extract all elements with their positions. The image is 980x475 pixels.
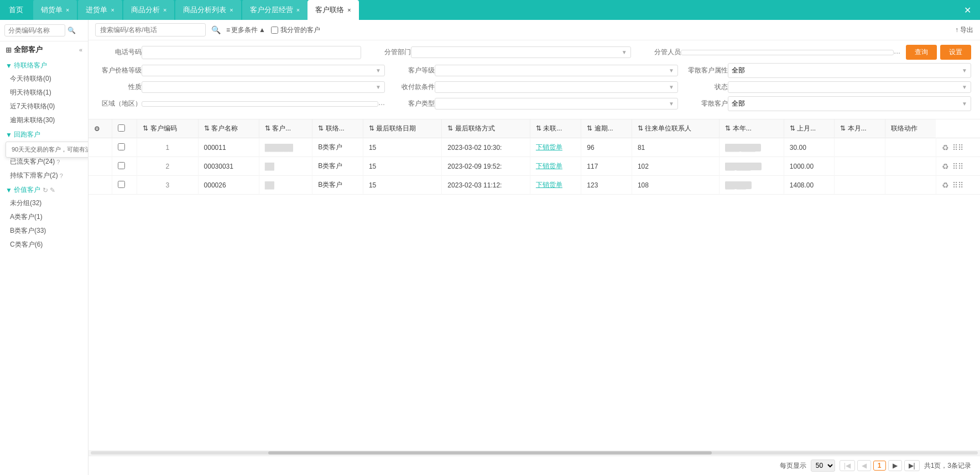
tab-customer-layer[interactable]: 客户分层经营 ×	[242, 0, 307, 20]
region-label: 区域（地区）	[97, 99, 142, 108]
sidebar-item-class-b[interactable]: B类客户(33)	[0, 224, 88, 238]
dept-select[interactable]: ▼	[411, 46, 630, 58]
row-checkbox-cell[interactable]	[112, 138, 137, 157]
region-ellipsis-button[interactable]: ···	[378, 100, 385, 108]
tab-purchase-close[interactable]: ×	[111, 7, 114, 13]
phone-input[interactable]	[142, 46, 361, 59]
row-actions[interactable]: ♻⠿⠿	[936, 176, 980, 195]
customer-type-chevron-icon: ▼	[669, 101, 674, 107]
tab-sales[interactable]: 销货单 ×	[33, 0, 77, 20]
tab-home[interactable]: 首页	[0, 0, 32, 20]
sidebar-search-icon[interactable]: 🔍	[67, 27, 76, 34]
th-type-sort-icon[interactable]: ⇅	[265, 124, 270, 132]
sidebar-search-input[interactable]	[4, 24, 65, 36]
query-button[interactable]: 查询	[906, 45, 937, 60]
th-last-method-sort-icon[interactable]: ⇅	[447, 124, 453, 132]
scrollbar-thumb[interactable]	[268, 451, 712, 455]
status-select[interactable]: ▼	[728, 81, 971, 93]
sidebar-item-7days[interactable]: 近7天待联络(0)	[0, 100, 88, 113]
th-name-sort-icon[interactable]: ⇅	[204, 124, 210, 132]
retail-select[interactable]: 全部 ▼	[728, 96, 971, 111]
per-page-select[interactable]: 50	[811, 460, 835, 472]
tab-product-analysis-list-close[interactable]: ×	[230, 7, 233, 13]
first-page-button[interactable]: |◀	[840, 460, 855, 471]
tab-product-analysis-list[interactable]: 商品分析列表 ×	[175, 0, 241, 20]
row-action-refresh-icon[interactable]: ♻	[942, 181, 949, 190]
tab-sales-close[interactable]: ×	[66, 7, 69, 13]
th-settings[interactable]: ⚙	[88, 119, 112, 138]
tab-customer-contact[interactable]: 客户联络 ×	[307, 0, 358, 20]
settings-button[interactable]: 设置	[940, 45, 971, 60]
row-action-refresh-icon[interactable]: ♻	[942, 143, 949, 152]
more-conditions-button[interactable]: ≡ 更多条件 ▲	[226, 25, 265, 35]
table-header-row: ⚙ ⇅ 客户编码 ⇅ 客户名称	[88, 119, 980, 138]
all-customers-section[interactable]: ⊞ 全部客户 «	[0, 41, 88, 58]
row-last-method[interactable]: 下销货单	[530, 176, 581, 195]
sidebar-item-class-c[interactable]: C类客户(6)	[0, 238, 88, 252]
select-all-checkbox[interactable]	[118, 124, 125, 132]
prev-page-button[interactable]: ◀	[857, 460, 871, 471]
sidebar-group-pending[interactable]: ▼ 待联络客户	[0, 58, 88, 72]
tab-product-analysis-close[interactable]: ×	[163, 7, 166, 13]
sidebar-item-today[interactable]: 今天待联络(0)	[0, 72, 88, 86]
row-action-more-icon[interactable]: ⠿⠿	[952, 143, 963, 152]
row-type: B类客户	[312, 138, 363, 157]
th-checkbox[interactable]	[112, 119, 137, 138]
row-last-method[interactable]: 下销货单	[530, 157, 581, 176]
row-checkbox[interactable]	[118, 181, 125, 188]
row-actions[interactable]: ♻⠿⠿	[936, 138, 980, 157]
row-checkbox[interactable]	[118, 143, 125, 150]
person-ellipsis-button[interactable]: ···	[894, 48, 900, 57]
th-last-month-sort-icon[interactable]: ⇅	[790, 124, 795, 132]
horizontal-scrollbar[interactable]	[88, 450, 980, 456]
payment-select[interactable]: ▼	[435, 81, 678, 93]
row-checkbox-cell[interactable]	[112, 176, 137, 195]
sidebar-group-valuable[interactable]: ▼ 价值客户 ↻ ✎	[0, 182, 88, 196]
row-action-refresh-icon[interactable]: ♻	[942, 162, 949, 171]
filter-search-button[interactable]: 🔍	[211, 25, 221, 34]
th-code-sort-icon[interactable]: ⇅	[143, 124, 148, 132]
th-contact-sort-icon[interactable]: ⇅	[318, 124, 324, 132]
th-uncontacted-sort-icon[interactable]: ⇅	[536, 124, 541, 132]
row-last-method[interactable]: 下销货单	[530, 138, 581, 157]
next-page-button[interactable]: ▶	[888, 460, 902, 471]
tab-product-analysis[interactable]: 商品分析 ×	[123, 0, 174, 20]
th-this-month-sort-icon[interactable]: ⇅	[840, 124, 846, 132]
retail-attr-select[interactable]: 全部 ▼	[728, 63, 971, 78]
row-action-more-icon[interactable]: ⠿⠿	[952, 181, 963, 190]
row-settings-cell	[88, 138, 112, 157]
valuable-refresh-icon[interactable]: ↻	[43, 186, 48, 194]
sidebar-item-class-a[interactable]: A类客户(1)	[0, 210, 88, 224]
row-checkbox[interactable]	[118, 162, 125, 169]
export-button[interactable]: ↑ 导出	[955, 25, 973, 35]
sidebar-item-ungroup[interactable]: 未分组(32)	[0, 196, 88, 210]
gender-select[interactable]: ▼	[142, 81, 385, 93]
tab-customer-layer-close[interactable]: ×	[296, 7, 300, 13]
window-close-icon[interactable]: ✕	[964, 5, 971, 15]
my-customers-checkbox[interactable]	[271, 27, 278, 34]
price-grade-select[interactable]: ▼	[142, 65, 385, 76]
customer-type-select[interactable]: ▼	[435, 98, 678, 109]
filter-search-input[interactable]	[95, 23, 206, 36]
th-last-month: ⇅ 上月...	[784, 119, 835, 138]
row-checkbox-cell[interactable]	[112, 157, 137, 176]
person-select[interactable]	[681, 50, 894, 55]
th-this-year-sort-icon[interactable]: ⇅	[725, 124, 731, 132]
region-select[interactable]	[142, 101, 378, 107]
sidebar-item-overdue-contact[interactable]: 逾期未联络(30)	[0, 113, 88, 127]
sidebar-item-recovery[interactable]: 持续下滑客户(2) ?	[0, 169, 88, 182]
customer-grade-select[interactable]: ▼	[435, 65, 678, 76]
row-actions[interactable]: ♻⠿⠿	[936, 157, 980, 176]
valuable-edit-icon[interactable]: ✎	[50, 186, 55, 194]
th-overdue-sort-icon[interactable]: ⇅	[587, 124, 592, 132]
my-customers-label[interactable]: 我分管的客户	[271, 25, 320, 35]
table-row: 3 000026 ██ B类客户 15 2023-02-03 11:12: 下销…	[88, 176, 980, 195]
tab-customer-contact-close[interactable]: ×	[347, 7, 351, 13]
sidebar-group-churn[interactable]: ▼ 回跑客户 90天无交易的客户，可能有流失风险。	[0, 127, 88, 141]
sidebar-item-tomorrow[interactable]: 明天待联络(1)	[0, 86, 88, 100]
last-page-button[interactable]: ▶|	[904, 460, 920, 471]
tab-purchase[interactable]: 进货单 ×	[78, 0, 122, 20]
row-action-more-icon[interactable]: ⠿⠿	[952, 162, 963, 171]
th-last-date-sort-icon[interactable]: ⇅	[369, 124, 374, 132]
th-unit-contact-sort-icon[interactable]: ⇅	[638, 124, 643, 132]
